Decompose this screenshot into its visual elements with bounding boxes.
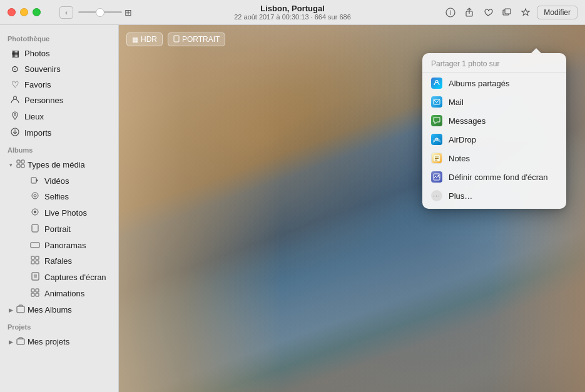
grid-view-icon[interactable]: ⊞: [125, 8, 132, 18]
close-button[interactable]: [8, 8, 16, 16]
svg-rect-13: [17, 164, 20, 168]
sidebar-item-photos-label: Photos: [24, 49, 49, 58]
svg-rect-30: [31, 289, 34, 292]
svg-point-17: [32, 193, 38, 199]
sidebar-item-live-photos[interactable]: Live Photos: [3, 205, 116, 221]
airdrop-icon: [431, 134, 442, 145]
sidebar-item-selfies[interactable]: Selfies: [3, 189, 116, 204]
sidebar-mes-projets-label: Mes projets: [28, 337, 69, 346]
sidebar-item-imports[interactable]: Imports: [3, 125, 116, 141]
sidebar-item-photos[interactable]: ▦ Photos: [3, 46, 116, 61]
photo-title: Lisbon, Portugal: [234, 4, 351, 13]
svg-rect-11: [17, 160, 20, 163]
sidebar-group-mes-albums[interactable]: ▶ Mes Albums: [3, 302, 116, 318]
sidebar-item-rafales[interactable]: Rafales: [3, 253, 116, 269]
sidebar-item-favoris-label: Favoris: [24, 80, 51, 89]
sidebar-item-souvenirs-label: Souvenirs: [24, 64, 61, 74]
portrait-tag-icon: [173, 35, 180, 44]
zoom-slider-container: ⊞: [78, 8, 132, 18]
sidebar-item-videos[interactable]: Vidéos: [3, 173, 116, 188]
svg-point-6: [14, 114, 16, 116]
svg-rect-23: [31, 256, 34, 259]
share-menu-item-wallpaper[interactable]: Définir comme fond d'écran: [422, 168, 566, 186]
sidebar-item-imports-label: Imports: [24, 128, 51, 138]
svg-point-18: [34, 194, 36, 197]
sidebar-item-personnes[interactable]: Personnes: [3, 93, 116, 108]
sidebar-item-favoris[interactable]: ♡ Favoris: [3, 77, 116, 92]
shared-albums-icon: [431, 78, 442, 89]
sidebar-section-projects: Projets: [0, 318, 118, 333]
photo-area: ▦ HDR PORTRAIT Partager 1 photo sur: [119, 25, 585, 392]
sidebar-section-library: Photothèque: [0, 30, 118, 45]
mes-projets-icon: [16, 336, 26, 347]
minimize-button[interactable]: [20, 8, 28, 16]
sidebar-group-mes-projets[interactable]: ▶ Mes projets: [3, 334, 116, 349]
share-menu-item-notes[interactable]: Notes: [422, 149, 566, 168]
sidebar-group-media-types[interactable]: ▾ Types de média: [3, 157, 116, 173]
mail-icon: [431, 96, 442, 108]
more-label: Plus…: [449, 191, 472, 201]
hdr-icon: ▦: [132, 36, 138, 44]
share-menu-item-shared-albums[interactable]: Albums partagés: [422, 74, 566, 93]
sidebar-item-captures[interactable]: Captures d'écran: [3, 269, 116, 285]
sidebar-mes-albums-label: Mes Albums: [28, 305, 72, 314]
selfies-icon: [30, 191, 40, 202]
main-layout: Photothèque ▦ Photos ⊙ Souvenirs ♡ Favor…: [0, 25, 585, 392]
titlebar: ‹ ⊞ Lisbon, Portugal 22 août 2017 à 00:3…: [0, 0, 585, 25]
sidebar-item-rafales-label: Rafales: [44, 256, 72, 266]
sidebar-item-panoramas[interactable]: Panoramas: [3, 238, 116, 253]
zoom-slider-thumb[interactable]: [96, 8, 104, 17]
svg-marker-16: [36, 179, 38, 182]
more-icon: ···: [431, 190, 442, 201]
sidebar-item-animations[interactable]: Animations: [3, 286, 116, 301]
share-menu-item-airdrop[interactable]: AirDrop: [422, 130, 566, 149]
disclosure-icon: ▾: [8, 162, 14, 168]
titlebar-center: Lisbon, Portugal 22 août 2017 à 00:30:13…: [234, 4, 351, 21]
svg-rect-4: [505, 9, 511, 14]
info-button[interactable]: i: [443, 6, 458, 19]
share-menu-item-more[interactable]: ··· Plus…: [422, 186, 566, 205]
favoris-icon: ♡: [10, 79, 20, 89]
svg-rect-35: [17, 339, 24, 344]
photos-icon: ▦: [10, 48, 20, 58]
sidebar: Photothèque ▦ Photos ⊙ Souvenirs ♡ Favor…: [0, 25, 119, 392]
svg-rect-15: [31, 178, 36, 183]
mail-label: Mail: [449, 98, 464, 107]
portrait-tag[interactable]: PORTRAIT: [168, 33, 225, 46]
share-menu-item-messages[interactable]: Messages: [422, 111, 566, 130]
external-button[interactable]: [499, 6, 514, 19]
sidebar-item-animations-label: Animations: [44, 289, 84, 298]
portrait-icon: [30, 224, 40, 234]
mes-albums-icon: [16, 304, 26, 315]
photo-subtitle: 22 août 2017 à 00:30:13 · 664 sur 686: [234, 13, 351, 21]
sidebar-item-selfies-label: Selfies: [44, 192, 69, 201]
magic-button[interactable]: [518, 6, 533, 19]
sidebar-item-portrait[interactable]: Portrait: [3, 221, 116, 237]
back-button[interactable]: ‹: [59, 6, 73, 19]
sidebar-item-souvenirs[interactable]: ⊙ Souvenirs: [3, 61, 116, 76]
share-button[interactable]: [462, 6, 477, 19]
svg-rect-14: [21, 164, 24, 168]
svg-rect-12: [21, 160, 24, 163]
share-dropdown-header: Partager 1 photo sur: [422, 57, 566, 73]
hdr-tag[interactable]: ▦ HDR: [126, 33, 163, 46]
modify-button[interactable]: Modifier: [537, 6, 577, 19]
favorite-button[interactable]: [481, 6, 496, 19]
sidebar-item-panoramas-label: Panoramas: [44, 241, 86, 250]
wallpaper-label: Définir comme fond d'écran: [449, 173, 548, 182]
sidebar-item-captures-label: Captures d'écran: [44, 273, 106, 282]
airdrop-label: AirDrop: [449, 135, 476, 144]
sidebar-item-videos-label: Vidéos: [44, 176, 69, 186]
share-menu-item-mail[interactable]: Mail: [422, 93, 566, 111]
zoom-slider-track[interactable]: [78, 11, 122, 13]
svg-rect-31: [36, 289, 39, 292]
captures-icon: [30, 272, 40, 283]
notes-label: Notes: [449, 154, 470, 163]
sidebar-item-personnes-label: Personnes: [24, 96, 63, 105]
svg-rect-26: [36, 261, 39, 264]
sidebar-item-lieux[interactable]: Lieux: [3, 109, 116, 124]
svg-text:i: i: [450, 9, 451, 16]
mes-projets-disclosure-icon: ▶: [8, 339, 14, 345]
sidebar-item-portrait-label: Portrait: [44, 224, 71, 234]
fullscreen-button[interactable]: [33, 8, 41, 16]
